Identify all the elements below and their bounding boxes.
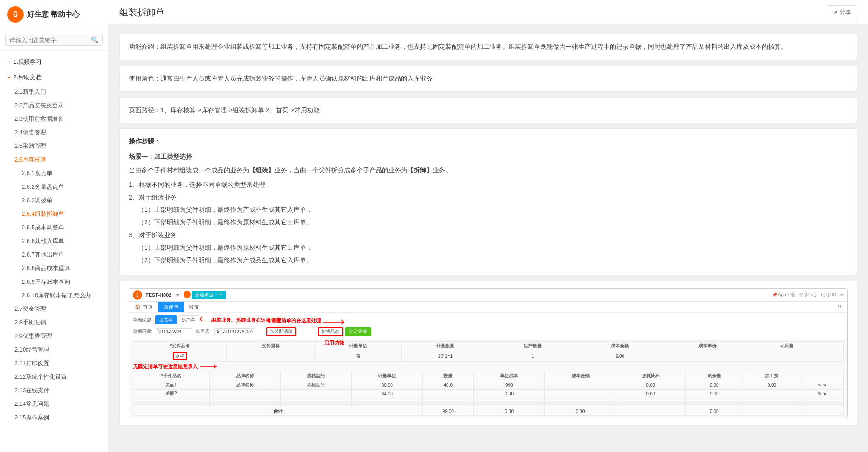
sidebar-item-videos[interactable]: + 1.视频学习 (0, 54, 108, 70)
cell-child-name-1: 美丽1 (133, 381, 210, 390)
sidebar-item-2-14[interactable]: 2.14常见问题 (0, 397, 108, 411)
col-actions (822, 342, 843, 351)
step3: 3、对于拆装业务 (129, 230, 848, 241)
mock-top-table: *父件品名 父件规格 计量单位 计量数量 生产数量 成本金额 成本单价 可用量 (133, 341, 844, 362)
cell-cost-amt-1: 9.00 (576, 351, 664, 362)
footer-val1: 99.00 (423, 407, 474, 416)
sidebar-item-2-6[interactable]: 2.6库存核算 (0, 153, 108, 167)
sidebar-item-2-7[interactable]: 2.7资金管理 (0, 302, 108, 316)
cell-proc-2 (743, 390, 801, 398)
cell-action-1 (822, 351, 843, 362)
mock-nav-new[interactable]: 新建单 (158, 302, 184, 312)
col-remain: 剩余量 (685, 371, 743, 381)
mock-type-row: 单据类型: 组装单 拆卸单 组装业务、拆卸业务在这里切换 (133, 315, 844, 324)
content-area: 功能介绍：组装拆卸单用来处理企业组装或拆卸等加工业务，支持有固定装配清单的产品加… (108, 25, 868, 452)
sidebar-item-2-6-1[interactable]: 2.6.1盘点单 (0, 167, 108, 180)
scene1-desc: 当由多个子件材料组装成一个成品的业务为【组装】业务，当由一个父件拆分成多个子产品… (129, 165, 848, 176)
mock-dropdown-icon: ▼ (175, 292, 180, 298)
col-unit-cost: 单位成本 (474, 371, 545, 381)
annotation1-container: 有装配清单的在这里处理 (266, 317, 321, 324)
sidebar-item-2-15[interactable]: 2.15操作案例 (0, 411, 108, 424)
mock-orderno-input[interactable]: AD-20191226-001 (214, 328, 256, 335)
sidebar-item-2-12[interactable]: 2.12系统个性化设置 (0, 370, 108, 384)
sidebar-item-2-6-8[interactable]: 2.6.8商品成本重算 (0, 262, 108, 275)
share-icon: ↗ (833, 9, 838, 16)
cell-remain-2: 0.00 (685, 390, 743, 398)
annotation1-text: 有装配清单的在这里处理 (266, 318, 321, 323)
mock-tab-assembly[interactable]: 组装单 (155, 315, 177, 324)
intro-text: 功能介绍：组装拆卸单用来处理企业组装或拆卸等加工业务，支持有固定装配清单的产品加… (129, 42, 848, 52)
sidebar-item-2-6-10[interactable]: 2.6.10库存账本错了怎么办 (0, 289, 108, 302)
sidebar-item-2-6-7[interactable]: 2.6.7其他出库单 (0, 248, 108, 262)
mock-confirm-btn[interactable]: 立定完成 (345, 327, 371, 336)
mock-right-icons: ⚙ (832, 302, 847, 312)
steps-card: 操作步骤： 场景一：加工类型选择 当由多个子件材料组装成一个成品的业务为【组装】… (119, 128, 857, 275)
mock-bottom-table: *子件品名 品牌名称 规格型号 计量单位 数量 单位成本 成本金额 损耗比% 剩… (133, 371, 844, 416)
cell-parent-name-1: 水杯 (133, 351, 227, 362)
mock-date-input[interactable]: 2019-12-26 (156, 328, 192, 335)
cell-qty-1: 40.0 (423, 381, 474, 390)
mock-form-area: 单据类型: 组装单 拆卸单 组装业务、拆卸业务在这里切换 (129, 313, 847, 339)
mock-nav-home[interactable]: 🏠 首页 (129, 302, 158, 312)
col-child-unit: 计量单位 (352, 371, 423, 381)
footer-val7 (801, 407, 843, 416)
cell-parent-spec-1 (227, 351, 314, 362)
mock-secondary-nav: 🏠 首页 新建单 收支 ⚙ (129, 302, 847, 313)
step1: 1、根据不同的业务，选择不同单据的类型来处理 (129, 180, 848, 190)
logo-icon: 6 (7, 6, 24, 23)
col-available: 可用量 (751, 342, 822, 351)
search-icon[interactable]: 🔍 (91, 36, 99, 43)
top-bar: 组装拆卸单 ↗ 分享 (108, 0, 868, 25)
cell-cost-price-1 (664, 351, 751, 362)
minus-icon: − (7, 74, 11, 81)
mock-nav-finance[interactable]: 收支 (184, 302, 205, 312)
mock-enable-highlight: 货物品名 (318, 327, 343, 336)
sidebar-item-2-1[interactable]: 2.1新手入门 (0, 85, 108, 99)
cell-child-unit-2: 34.00 (352, 390, 423, 398)
sidebar-item-2-3[interactable]: 2.3使用前数据准备 (0, 112, 108, 126)
footer-val5: 0.00 (685, 407, 743, 416)
mock-annotation3-area: 货物品名 立定完成 启用功能 (318, 327, 371, 336)
sidebar-item-2-8[interactable]: 2.8手机旺铺 (0, 316, 108, 329)
mock-neworder-btn[interactable]: 新建单据一下 (192, 291, 226, 299)
sidebar-item-2-6-5[interactable]: 2.6.5成本调整单 (0, 221, 108, 234)
col-prod-qty: 生产数量 (489, 342, 576, 351)
mock-topbar: 6 TEST-H002 ▼ 新建单据一下 📌 App下载 帮助中心 账号CC ✕ (129, 289, 847, 302)
sidebar-item-2-13[interactable]: 2.13在线支付 (0, 384, 108, 397)
sidebar-item-2-4[interactable]: 2.4销售管理 (0, 126, 108, 139)
sidebar-item-2-6-2[interactable]: 2.6.2分量盘点单 (0, 180, 108, 194)
sidebar-item-2-6-3[interactable]: 2.6.3调拨单 (0, 194, 108, 207)
cell-child-action-2: ✎ ✕ (801, 390, 843, 398)
cell-child-name-2: 美丽2 (133, 390, 210, 398)
sidebar-item-2-6-6[interactable]: 2.6.6其他入库单 (0, 234, 108, 248)
sidebar-item-2-11[interactable]: 2.11打印设置 (0, 357, 108, 370)
sidebar-item-2-6-4[interactable]: 2.6.4组装拆卸单 (0, 207, 108, 221)
cell-unit-cost-1: 990 (474, 381, 545, 390)
screenshot-container: 6 TEST-H002 ▼ 新建单据一下 📌 App下载 帮助中心 账号CC ✕… (119, 281, 857, 426)
bottom-table-row-2: 美丽2 34.00 0.00 0.00 0.00 ✎ ✕ (133, 390, 844, 398)
steps-title: 操作步骤： (129, 136, 848, 147)
sidebar-item-2-6-9[interactable]: 2.6.9库存账本查询 (0, 275, 108, 289)
sidebar-item-2-9[interactable]: 2.9优惠券管理 (0, 329, 108, 343)
cell-child-cost-1 (545, 381, 616, 390)
sidebar-item-2-2[interactable]: 2.2产品安装及登录 (0, 99, 108, 112)
sidebar-item-docs[interactable]: − 2.帮助文档 (0, 70, 108, 85)
mock-enable-label: 货物品名 (321, 329, 340, 334)
col-loss: 损耗比% (616, 371, 685, 381)
cell-measure-qty-1: 20*1=1 (401, 351, 489, 362)
col-cost-price: 成本单价 (664, 342, 751, 351)
path-card: 页面路径：1、库存核算->库存管理->组装拆卸单 2、首页->常用功能 (119, 97, 857, 124)
mock-fields-row: 单据日期: 2019-12-26 集团店: AD-20191226-001 选装… (133, 327, 844, 336)
sidebar-item-2-10[interactable]: 2.10经营管理 (0, 343, 108, 357)
plus-icon: + (7, 59, 11, 66)
share-button[interactable]: ↗ 分享 (827, 5, 857, 19)
mock-tab-disassembly[interactable]: 拆卸单 (178, 315, 199, 324)
bottom-table-footer: 合计 99.00 0.00 0.00 0.00 (133, 407, 844, 416)
footer-val3: 0.00 (545, 407, 616, 416)
sidebar-item-2-5[interactable]: 2.5采购管理 (0, 139, 108, 153)
footer-val6 (743, 407, 801, 416)
search-input[interactable] (9, 37, 91, 43)
footer-val4 (616, 407, 685, 416)
annotation4-arrow (200, 363, 218, 370)
sidebar: 6 好生意 帮助中心 🔍 + 1.视频学习 − 2.帮助文档 2.1新手入门 2… (0, 0, 108, 452)
